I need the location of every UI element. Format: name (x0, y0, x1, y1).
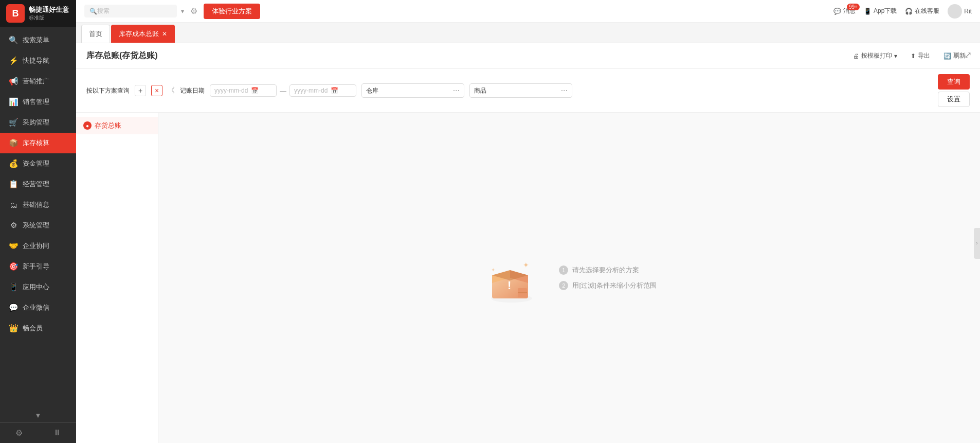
page-actions: 🖨 按模板打印 ▾ ⬆ 导出 🔄 刷新 (849, 49, 970, 62)
sidebar-item-quick-nav[interactable]: ⚡ 快捷导航 (0, 50, 76, 71)
sidebar-item-label: 库存核算 (23, 138, 49, 148)
close-panel-icon[interactable]: ✕ (952, 49, 960, 61)
logo-icon: B (6, 4, 25, 23)
scheme-item-icon: ● (83, 121, 92, 130)
panel-controls: ✕ ⤢ (952, 49, 972, 61)
sidebar-item-label: 畅会员 (23, 324, 43, 333)
member-icon: 👑 (8, 323, 19, 333)
sidebar-item-label: 采购管理 (23, 118, 49, 127)
svg-text:✦: ✦ (523, 261, 529, 269)
online-service-btn[interactable]: 🎧 在线客服 (905, 7, 939, 15)
print-template-btn[interactable]: 🖨 按模板打印 ▾ (849, 49, 901, 62)
main-area: 🔍 搜索 ▾ ⚙ 体验行业方案 💬 消息 99+ 📱 App下载 🎧 在线客服 … (76, 0, 980, 443)
export-btn[interactable]: ⬆ 导出 (906, 49, 934, 62)
scheme-item-inventory-ledger[interactable]: ● 存货总账 (76, 117, 158, 134)
collapse-footer-icon[interactable]: ⏸ (53, 428, 61, 438)
empty-tips: 1 请先选择要分析的方案 2 用[过滤]条件来缩小分析范围 (559, 265, 656, 290)
sidebar-item-inventory[interactable]: 📦 库存核算 (0, 133, 76, 153)
headset-icon: 🎧 (905, 8, 913, 15)
sidebar-item-label: 新手引导 (23, 262, 49, 271)
query-btn[interactable]: 查询 (938, 74, 970, 90)
settings-footer-icon[interactable]: ⚙ (15, 428, 23, 438)
scheme-panel: ● 存货总账 (76, 113, 980, 443)
management-icon: 📋 (8, 179, 19, 189)
marketing-icon: 📢 (8, 76, 19, 86)
sidebar-item-purchase[interactable]: 🛒 采购管理 (0, 112, 76, 133)
industry-btn[interactable]: 体验行业方案 (204, 4, 260, 19)
capital-icon: 💰 (8, 158, 19, 169)
sidebar-item-guide[interactable]: 🎯 新手引导 (0, 256, 76, 277)
sidebar-item-label: 基础信息 (23, 200, 49, 209)
date-end-placeholder: yyyy-mm-dd (294, 87, 328, 94)
refresh-icon: 🔄 (943, 52, 951, 60)
sidebar-item-label: 搜索菜单 (23, 36, 49, 45)
filter-collapse-icon[interactable]: 《 (168, 86, 175, 95)
topbar-right: 💬 消息 99+ 📱 App下载 🎧 在线客服 Rit (833, 4, 972, 19)
topbar-search[interactable]: 🔍 搜索 (84, 5, 177, 17)
tip-num-1: 1 (559, 265, 568, 275)
date-start-input[interactable]: yyyy-mm-dd 📅 (210, 84, 277, 97)
calendar-start-icon[interactable]: 📅 (251, 87, 259, 94)
tab-home-label: 首页 (89, 29, 102, 39)
calendar-end-icon[interactable]: 📅 (331, 87, 338, 94)
cooperation-icon: 🤝 (8, 241, 19, 251)
topbar: 🔍 搜索 ▾ ⚙ 体验行业方案 💬 消息 99+ 📱 App下载 🎧 在线客服 … (76, 0, 980, 23)
tab-close-icon[interactable]: ✕ (162, 31, 167, 37)
online-service-label: 在线客服 (915, 7, 939, 15)
tabbar: 首页 库存成本总账 ✕ (76, 23, 980, 43)
sidebar-item-app-center[interactable]: 📱 应用中心 (0, 277, 76, 297)
date-separator: — (280, 87, 286, 95)
sidebar-item-label: 快捷导航 (23, 56, 49, 65)
topbar-search-placeholder: 搜索 (97, 7, 110, 15)
goods-select[interactable]: 商品 ··· (469, 83, 572, 98)
search-icon: 🔍 (8, 35, 19, 45)
right-panel-handle[interactable]: › (974, 228, 980, 259)
empty-illustration: ✦ ✦ ! (482, 247, 543, 309)
sidebar-item-label: 应用中心 (23, 282, 49, 292)
user-avatar[interactable]: Rit (948, 4, 972, 19)
phone-icon: 📱 (864, 8, 872, 15)
basic-info-icon: 🗂 (8, 200, 19, 210)
tip-text-1: 请先选择要分析的方案 (572, 265, 639, 275)
purchase-icon: 🛒 (8, 117, 19, 128)
sidebar-item-system[interactable]: ⚙ 系统管理 (0, 215, 76, 236)
settings-btn[interactable]: 设置 (938, 92, 970, 107)
sidebar-item-cooperation[interactable]: 🤝 企业协同 (0, 236, 76, 256)
sidebar-item-wechat[interactable]: 💬 企业微信 (0, 297, 76, 318)
date-label: 记账日期 (180, 86, 205, 95)
sidebar-item-label: 企业协同 (23, 241, 49, 251)
svg-text:!: ! (507, 279, 511, 292)
warehouse-select[interactable]: 仓库 ··· (361, 83, 464, 98)
filter-add-btn[interactable]: + (135, 85, 146, 96)
sidebar-item-capital[interactable]: 💰 资金管理 (0, 153, 76, 174)
date-end-input[interactable]: yyyy-mm-dd 📅 (289, 84, 356, 97)
filter-del-btn[interactable]: × (151, 85, 162, 96)
sidebar-item-management[interactable]: 📋 经营管理 (0, 174, 76, 194)
scheme-sidebar: ● 存货总账 (76, 113, 158, 443)
sidebar-item-search[interactable]: 🔍 搜索菜单 (0, 30, 76, 50)
logo-text: 畅捷通好生意 标准版 (29, 6, 69, 21)
action-btns: 查询 设置 (938, 74, 970, 107)
wechat-icon: 💬 (8, 303, 19, 313)
expand-panel-icon[interactable]: ⤢ (964, 49, 972, 61)
sidebar-item-sales[interactable]: 📊 销售管理 (0, 92, 76, 112)
topbar-gear-icon[interactable]: ⚙ (190, 6, 197, 16)
sidebar-item-marketing[interactable]: 📢 营销推广 (0, 71, 76, 92)
sidebar-item-member[interactable]: 👑 畅会员 (0, 318, 76, 339)
sidebar-item-label: 系统管理 (23, 221, 49, 230)
tab-inventory-ledger[interactable]: 库存成本总账 ✕ (111, 25, 175, 43)
sidebar: B 畅捷通好生意 标准版 🔍 搜索菜单 ⚡ 快捷导航 📢 营销推广 📊 销售管理… (0, 0, 76, 443)
sidebar-item-basic-info[interactable]: 🗂 基础信息 (0, 194, 76, 215)
topbar-chevron-icon[interactable]: ▾ (181, 8, 184, 15)
scroll-down-button[interactable]: ▼ (0, 408, 76, 422)
message-btn[interactable]: 💬 消息 99+ (833, 7, 856, 15)
edition-label: 标准版 (29, 14, 69, 21)
empty-tip-1: 1 请先选择要分析的方案 (559, 265, 656, 275)
app-download-btn[interactable]: 📱 App下载 (864, 7, 897, 15)
sidebar-item-label: 营销推广 (23, 77, 49, 86)
filter-bar: 按以下方案查询 + × 《 记账日期 yyyy-mm-dd 📅 — yyyy-m… (76, 69, 980, 113)
page-title: 库存总账(存货总账) (86, 50, 158, 61)
tab-home[interactable]: 首页 (81, 25, 110, 43)
empty-content: ✦ ✦ ! 1 请先选择要分析的方案 2 (482, 247, 656, 309)
sidebar-logo: B 畅捷通好生意 标准版 (0, 0, 76, 27)
